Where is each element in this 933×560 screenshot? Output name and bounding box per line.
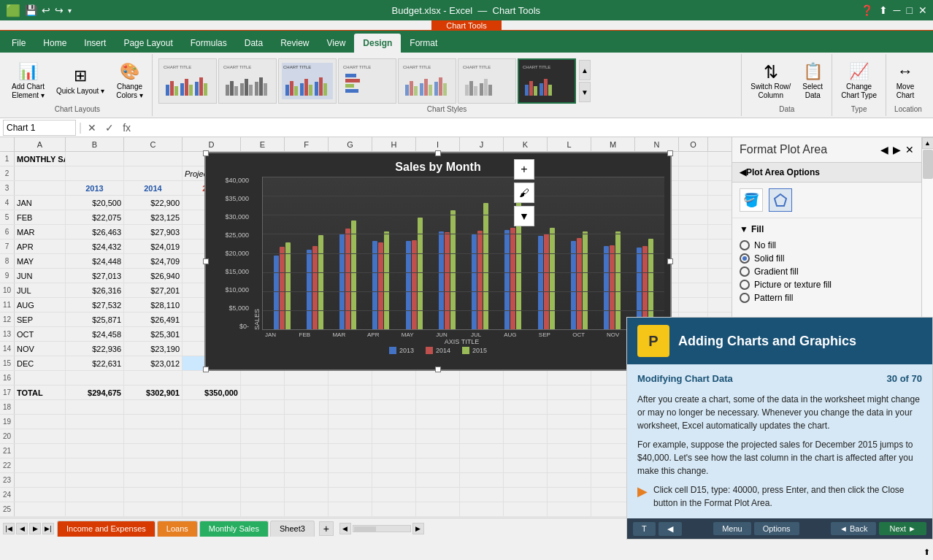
help-icon[interactable]: ❓ bbox=[861, 4, 873, 16]
cell-c3[interactable]: 2014 bbox=[124, 181, 183, 195]
confirm-formula-btn[interactable]: ✓ bbox=[102, 120, 117, 135]
cancel-formula-btn[interactable]: ✕ bbox=[85, 120, 99, 135]
chart-plot-area[interactable] bbox=[262, 177, 664, 330]
col-header-k[interactable]: K bbox=[504, 137, 548, 151]
fill-option-pattern[interactable]: Pattern fill bbox=[740, 293, 914, 303]
panel-section-header[interactable]: ◀ Plot Area Options bbox=[732, 163, 921, 183]
chart-bar[interactable] bbox=[544, 234, 549, 329]
fill-option-picture[interactable]: Picture or texture fill bbox=[740, 280, 914, 290]
col-header-n[interactable]: N bbox=[635, 137, 679, 151]
col-header-f[interactable]: F bbox=[285, 137, 329, 151]
radio-no-fill[interactable] bbox=[740, 240, 750, 250]
tab-review[interactable]: Review bbox=[272, 34, 318, 53]
radio-gradient-fill[interactable] bbox=[740, 266, 750, 277]
panel-close-btn[interactable]: ✕ bbox=[905, 144, 914, 156]
chart-bar[interactable] bbox=[615, 231, 621, 329]
sheet-nav-next[interactable]: ▶ bbox=[29, 523, 41, 534]
chart-bar[interactable] bbox=[571, 241, 576, 329]
tab-insert[interactable]: Insert bbox=[75, 34, 115, 53]
cell-o3[interactable] bbox=[679, 181, 708, 195]
h-scroll-thumb[interactable] bbox=[354, 526, 376, 532]
tutorial-t-btn[interactable]: T bbox=[633, 522, 656, 536]
chart-bar[interactable] bbox=[577, 238, 582, 329]
chart-style-scroll-down[interactable]: ▼ bbox=[579, 82, 591, 102]
chart-bar[interactable] bbox=[510, 228, 515, 329]
col-header-g[interactable]: G bbox=[329, 137, 372, 151]
tutorial-options-btn[interactable]: Options bbox=[754, 522, 799, 535]
tab-file[interactable]: File bbox=[3, 34, 34, 53]
quick-layout-button[interactable]: ⊞ Quick Layout ▾ bbox=[52, 64, 109, 99]
col-header-h[interactable]: H bbox=[372, 137, 416, 151]
chart-bar[interactable] bbox=[345, 229, 350, 329]
chart-handle-ml[interactable] bbox=[203, 258, 209, 264]
scroll-thumb[interactable] bbox=[923, 150, 933, 179]
sheet-nav-first[interactable]: |◀ bbox=[3, 523, 15, 534]
change-colors-button[interactable]: 🎨 ChangeColors ▾ bbox=[112, 59, 147, 103]
chart-bar[interactable] bbox=[604, 246, 609, 329]
col-header-o[interactable]: O bbox=[679, 137, 708, 151]
tab-formulas[interactable]: Formulas bbox=[182, 34, 236, 53]
chart-style-4[interactable]: CHART TITLE bbox=[338, 58, 396, 104]
sheet-nav-prev[interactable]: ◀ bbox=[16, 523, 28, 534]
tab-design[interactable]: Design bbox=[354, 34, 401, 53]
cell-a3[interactable] bbox=[15, 181, 66, 195]
chart-object[interactable]: Sales by Month $40,000 $35,000 $30,000 $… bbox=[204, 152, 672, 371]
cell-b2[interactable] bbox=[66, 166, 124, 180]
sheet-tab-loans[interactable]: Loans bbox=[157, 521, 198, 537]
radio-picture-fill[interactable] bbox=[740, 280, 750, 290]
save-icon[interactable]: 💾 bbox=[25, 4, 37, 16]
chart-bar[interactable] bbox=[280, 247, 285, 329]
cell-b3[interactable]: 2013 bbox=[66, 181, 124, 195]
chart-handle-bl[interactable] bbox=[203, 367, 209, 372]
chart-bar[interactable] bbox=[538, 236, 543, 329]
redo-icon[interactable]: ↪ bbox=[55, 4, 64, 16]
chart-bar[interactable] bbox=[307, 250, 312, 329]
chart-bar[interactable] bbox=[378, 242, 383, 329]
select-data-button[interactable]: 📋 SelectData bbox=[798, 59, 827, 103]
chart-paint-btn[interactable]: 🖌 bbox=[514, 183, 534, 203]
chart-bar[interactable] bbox=[384, 231, 389, 329]
name-box[interactable] bbox=[3, 120, 76, 136]
chart-handle-mr[interactable] bbox=[667, 258, 673, 264]
h-scroll-right[interactable]: ▶ bbox=[412, 523, 424, 534]
chart-style-5[interactable]: CHART TITLE bbox=[398, 58, 456, 104]
chart-handle-tc[interactable] bbox=[435, 150, 441, 156]
chart-bar[interactable] bbox=[583, 231, 588, 329]
switch-row-col-button[interactable]: ⇅ Switch Row/Column bbox=[746, 59, 795, 103]
chart-bar[interactable] bbox=[351, 220, 356, 329]
move-chart-button[interactable]: ↔ MoveChart bbox=[891, 59, 920, 103]
tab-home[interactable]: Home bbox=[34, 34, 75, 53]
chart-add-element-btn[interactable]: + bbox=[514, 159, 534, 180]
tab-data[interactable]: Data bbox=[236, 34, 272, 53]
tutorial-next-btn[interactable]: Next ► bbox=[879, 522, 926, 535]
chart-bar[interactable] bbox=[504, 230, 510, 329]
h-scroll-track[interactable] bbox=[353, 525, 411, 532]
sheet-tab-monthly-sales[interactable]: Monthly Sales bbox=[199, 521, 269, 537]
chart-style-1[interactable]: CHART TITLE bbox=[158, 58, 217, 104]
chart-bar[interactable] bbox=[445, 232, 450, 329]
tab-view[interactable]: View bbox=[318, 34, 355, 53]
radio-pattern-fill[interactable] bbox=[740, 293, 750, 303]
chart-bar[interactable] bbox=[477, 231, 483, 329]
chart-style-2[interactable]: CHART TITLE bbox=[218, 58, 277, 104]
chart-bar[interactable] bbox=[312, 246, 318, 329]
add-sheet-btn[interactable]: + bbox=[319, 521, 334, 536]
chart-bar[interactable] bbox=[450, 210, 456, 329]
chart-bar[interactable] bbox=[318, 235, 323, 329]
chart-bar[interactable] bbox=[339, 234, 345, 329]
fill-option-no-fill[interactable]: No fill bbox=[740, 240, 914, 250]
chart-bar[interactable] bbox=[550, 228, 555, 329]
radio-solid-fill[interactable] bbox=[740, 253, 750, 264]
chart-handle-bc[interactable] bbox=[435, 367, 441, 372]
chart-bar[interactable] bbox=[610, 245, 615, 329]
panel-pentagon-btn[interactable] bbox=[769, 188, 792, 212]
tutorial-menu-btn[interactable]: Menu bbox=[713, 522, 751, 535]
col-header-e[interactable]: E bbox=[241, 137, 285, 151]
cell-o1[interactable] bbox=[679, 152, 708, 166]
chart-style-7[interactable]: CHART TITLE bbox=[518, 58, 576, 104]
col-header-c[interactable]: C bbox=[124, 137, 183, 151]
col-header-j[interactable]: J bbox=[460, 137, 504, 151]
cell-a1[interactable]: MONTHLY SALES bbox=[15, 152, 66, 166]
cell-o2[interactable] bbox=[679, 166, 708, 180]
cell-c1[interactable] bbox=[124, 152, 183, 166]
